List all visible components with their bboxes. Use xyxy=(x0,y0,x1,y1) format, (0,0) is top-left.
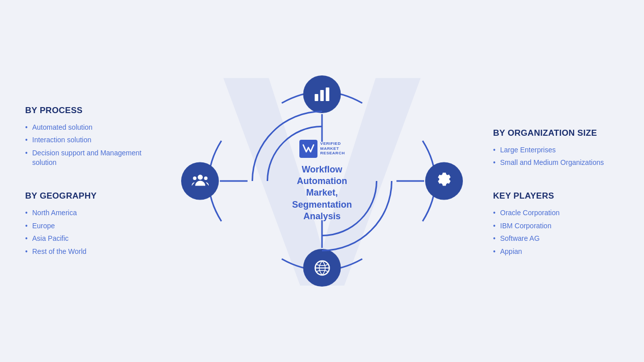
vmr-text: VERIFIED MARKET RESEARCH xyxy=(320,141,345,156)
player-item-1: Oracle Corporation xyxy=(493,208,619,218)
geography-item-3: Asia Pacific xyxy=(25,234,151,244)
process-item-2: Interaction solution xyxy=(25,135,151,145)
geography-item-1: North America xyxy=(25,208,151,218)
center-area: VERIFIED MARKET RESEARCH Workflow Automa… xyxy=(247,106,397,256)
process-title: BY PROCESS xyxy=(25,106,151,116)
svg-point-5 xyxy=(198,174,203,179)
vmr-logo-icon xyxy=(299,140,317,158)
h-connector-right xyxy=(396,180,424,182)
panel-key-players: KEY PLAYERS Oracle Corporation IBM Corpo… xyxy=(468,181,644,362)
svg-rect-0 xyxy=(314,94,318,101)
geography-item-2: Europe xyxy=(25,221,151,231)
vmr-logo: VERIFIED MARKET RESEARCH xyxy=(277,140,367,158)
panel-org-size: BY ORGANIZATION SIZE Large Enterprises S… xyxy=(468,0,644,181)
gear-icon xyxy=(425,162,463,200)
svg-rect-1 xyxy=(320,90,324,101)
org-size-title: BY ORGANIZATION SIZE xyxy=(493,128,619,138)
process-item-1: Automated solution xyxy=(25,123,151,133)
org-size-list: Large Enterprises Small and Medium Organ… xyxy=(493,145,619,171)
geography-list: North America Europe Asia Pacific Rest o… xyxy=(25,208,151,259)
center-content: VERIFIED MARKET RESEARCH Workflow Automa… xyxy=(277,140,367,223)
player-item-4: Appian xyxy=(493,247,619,257)
panel-geography: BY GEOGRAPHY North America Europe Asia P… xyxy=(0,181,176,362)
panel-process: BY PROCESS Automated solution Interactio… xyxy=(0,0,176,181)
layout-grid: BY PROCESS Automated solution Interactio… xyxy=(0,0,644,362)
org-size-item-1: Large Enterprises xyxy=(493,145,619,155)
geography-item-4: Rest of the World xyxy=(25,247,151,257)
center-diagram: VERIFIED MARKET RESEARCH Workflow Automa… xyxy=(176,0,468,362)
svg-point-7 xyxy=(204,176,207,180)
vmr-line3: RESEARCH xyxy=(320,151,345,156)
player-item-2: IBM Corporation xyxy=(493,221,619,231)
main-container: BY PROCESS Automated solution Interactio… xyxy=(0,0,644,362)
key-players-list: Oracle Corporation IBM Corporation Softw… xyxy=(493,208,619,259)
h-connector-left xyxy=(220,180,248,182)
process-item-3: Decision support and Management solution xyxy=(25,148,151,168)
player-item-3: Software AG xyxy=(493,234,619,244)
org-size-item-2: Small and Medium Organizations xyxy=(493,158,619,168)
center-title: Workflow Automation Market, Segmentation… xyxy=(277,164,367,223)
key-players-title: KEY PLAYERS xyxy=(493,191,619,201)
vmr-line2: MARKET xyxy=(320,146,345,151)
process-list: Automated solution Interaction solution … xyxy=(25,123,151,171)
geography-title: BY GEOGRAPHY xyxy=(25,191,151,201)
center-circle: VERIFIED MARKET RESEARCH Workflow Automa… xyxy=(247,106,397,256)
svg-point-6 xyxy=(193,176,196,180)
svg-rect-2 xyxy=(326,87,329,101)
vmr-line1: VERIFIED xyxy=(320,141,345,146)
people-icon xyxy=(181,162,219,200)
diagram-wrapper: VERIFIED MARKET RESEARCH Workflow Automa… xyxy=(181,75,463,287)
